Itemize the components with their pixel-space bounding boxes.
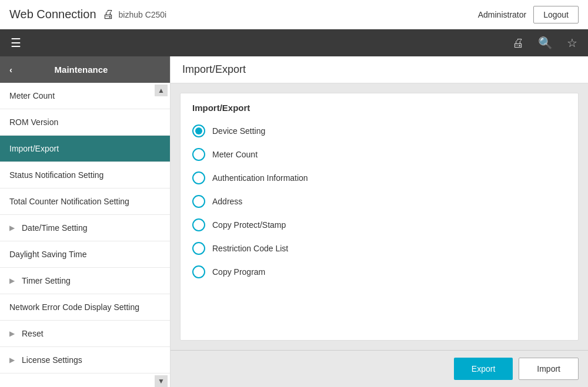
sidebar-item-rom-version[interactable]: ROM Version: [0, 109, 170, 136]
arrow-icon: ▶: [9, 277, 15, 285]
sidebar-item-reset[interactable]: ▶ Reset: [0, 321, 170, 347]
logout-button[interactable]: Logout: [533, 6, 579, 23]
sidebar-scroll-up-button[interactable]: ▲: [155, 85, 168, 96]
radio-label-restriction-code-list: Restriction Code List: [212, 244, 288, 253]
sidebar-items: Meter Count ROM Version Import/Export St…: [0, 83, 170, 387]
radio-circle-copy-program: [192, 265, 205, 278]
content-panel: Import/Export Device Setting Meter Count…: [180, 93, 579, 341]
radio-item-copy-protect-stamp[interactable]: Copy Protect/Stamp: [192, 218, 566, 231]
app-title: Web Connection: [9, 8, 96, 21]
sidebar-item-import-export[interactable]: Import/Export: [0, 136, 170, 162]
radio-label-device-setting: Device Setting: [212, 126, 265, 136]
header: Web Connection 🖨 bizhub C250i Administra…: [0, 0, 588, 29]
sidebar-item-label: Date/Time Setting: [22, 223, 88, 233]
radio-circle-device-setting: [192, 124, 205, 137]
sidebar-item-label: Import/Export: [9, 144, 59, 153]
print-queue-icon: 🖨: [512, 36, 524, 49]
radio-circle-auth-information: [192, 171, 205, 184]
sidebar-title: Maintenance: [55, 65, 108, 75]
footer-buttons: Export Import: [171, 350, 588, 387]
sidebar: ‹ Maintenance ▲ Meter Count ROM Version …: [0, 56, 171, 387]
print-queue-button[interactable]: 🖨: [507, 34, 529, 52]
device-name: bizhub C250i: [119, 10, 167, 19]
favorites-button[interactable]: ☆: [562, 33, 582, 52]
radio-item-auth-information[interactable]: Authentication Information: [192, 171, 566, 184]
radio-label-copy-protect-stamp: Copy Protect/Stamp: [212, 220, 286, 230]
current-user: Administrator: [478, 10, 526, 19]
sidebar-item-label: Timer Setting: [22, 276, 71, 285]
radio-label-address: Address: [212, 197, 242, 206]
radio-label-meter-count: Meter Count: [212, 150, 258, 159]
radio-circle-address: [192, 195, 205, 208]
sidebar-item-label: Total Counter Notification Setting: [9, 197, 129, 206]
content-area: Import/Export Import/Export Device Setti…: [171, 56, 588, 387]
header-logo: Web Connection 🖨 bizhub C250i: [9, 8, 478, 21]
sidebar-item-network-error[interactable]: Network Error Code Display Setting: [0, 294, 170, 321]
sidebar-item-daylight-saving[interactable]: Daylight Saving Time: [0, 241, 170, 268]
import-button[interactable]: Import: [519, 358, 579, 380]
star-icon: ☆: [567, 36, 577, 49]
search-button[interactable]: 🔍: [533, 33, 557, 52]
sidebar-item-total-counter[interactable]: Total Counter Notification Setting: [0, 189, 170, 215]
sidebar-item-timer-setting[interactable]: ▶ Timer Setting: [0, 268, 170, 294]
sidebar-item-label: Reset: [22, 329, 44, 338]
radio-circle-restriction-code-list: [192, 242, 205, 255]
sidebar-item-label: Status Notification Setting: [9, 170, 103, 180]
main-layout: ‹ Maintenance ▲ Meter Count ROM Version …: [0, 56, 588, 387]
search-icon: 🔍: [538, 36, 553, 49]
sidebar-item-label: License Settings: [22, 355, 82, 365]
sidebar-back-button[interactable]: ‹: [9, 65, 12, 75]
panel-title: Import/Export: [192, 103, 566, 113]
arrow-icon: ▶: [9, 356, 15, 364]
export-button[interactable]: Export: [454, 358, 513, 380]
sidebar-header: ‹ Maintenance: [0, 56, 170, 83]
sidebar-item-datetime-setting[interactable]: ▶ Date/Time Setting: [0, 215, 170, 241]
radio-group: Device Setting Meter Count Authenticatio…: [192, 124, 566, 278]
printer-icon: 🖨: [102, 8, 114, 21]
header-right: Administrator Logout: [478, 6, 579, 23]
menu-button[interactable]: ☰: [6, 33, 26, 52]
sidebar-item-status-notification[interactable]: Status Notification Setting: [0, 162, 170, 189]
radio-item-copy-program[interactable]: Copy Program: [192, 265, 566, 278]
sidebar-item-meter-count[interactable]: Meter Count: [0, 83, 170, 109]
radio-item-address[interactable]: Address: [192, 195, 566, 208]
sidebar-item-label: Meter Count: [9, 91, 55, 100]
page-title: Import/Export: [182, 63, 246, 75]
radio-item-restriction-code-list[interactable]: Restriction Code List: [192, 242, 566, 255]
radio-label-auth-information: Authentication Information: [212, 173, 308, 183]
sidebar-scroll-down-button[interactable]: ▼: [155, 375, 168, 387]
radio-circle-meter-count: [192, 148, 205, 161]
header-device: 🖨 bizhub C250i: [102, 8, 167, 21]
sidebar-item-label: ROM Version: [9, 117, 58, 127]
sidebar-item-label: Network Error Code Display Setting: [9, 302, 139, 312]
sidebar-item-license-settings[interactable]: ▶ License Settings: [0, 347, 170, 373]
radio-label-copy-program: Copy Program: [212, 267, 265, 277]
radio-item-device-setting[interactable]: Device Setting: [192, 124, 566, 137]
radio-circle-copy-protect-stamp: [192, 218, 205, 231]
arrow-icon: ▶: [9, 224, 15, 232]
sidebar-item-label: Daylight Saving Time: [9, 250, 87, 259]
radio-item-meter-count[interactable]: Meter Count: [192, 148, 566, 161]
arrow-icon: ▶: [9, 329, 15, 338]
toolbar: ☰ 🖨 🔍 ☆: [0, 29, 588, 56]
page-header: Import/Export: [171, 56, 588, 83]
